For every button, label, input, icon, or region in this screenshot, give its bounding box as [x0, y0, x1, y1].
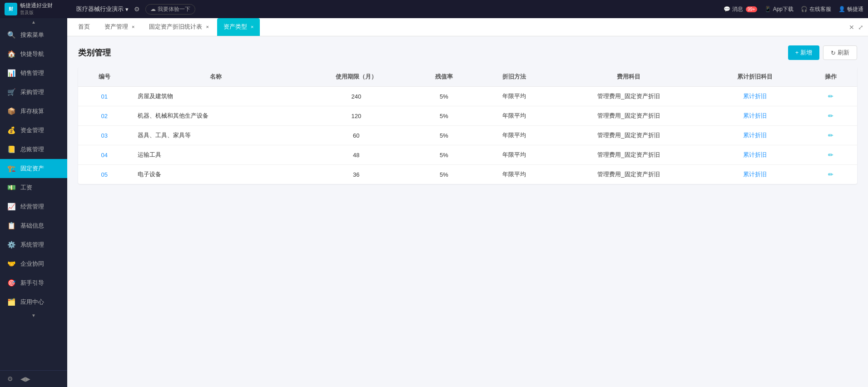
topbar-center: 医疗器械行业演示 ▾ ⚙ ☁ 我要体验一下 — [72, 4, 724, 15]
col-action: 操作 — [804, 67, 857, 87]
cell-name: 器具、工具、家具等 — [130, 126, 300, 145]
service-icon: 🎧 — [801, 6, 808, 12]
logo: 财 畅捷通好业财 普及版 — [5, 2, 72, 16]
cell-months: 48 — [301, 145, 412, 165]
user-icon: 👤 — [838, 6, 845, 12]
sidebar-item-basic[interactable]: 📋 基础信息 — [0, 216, 67, 235]
sidebar-item-label: 新手引导 — [20, 279, 44, 287]
edit-icon[interactable]: ✏ — [828, 112, 833, 119]
tab-asset-type[interactable]: 资产类型 × — [217, 18, 260, 36]
col-name: 名称 — [130, 67, 300, 87]
user-label: 畅捷通 — [847, 5, 863, 13]
page-actions: + 新增 ↻ 刷新 — [788, 45, 857, 60]
cell-expense: 管理费用_固定资产折旧 — [552, 145, 705, 165]
sidebar-item-search[interactable]: 🔍 搜索菜单 — [0, 25, 67, 45]
sidebar-item-guide[interactable]: 🎯 新手引导 — [0, 273, 67, 293]
cell-method: 年限平均 — [476, 87, 552, 106]
home-icon: 🏠 — [7, 50, 16, 58]
experience-button[interactable]: ☁ 我要体验一下 — [145, 4, 195, 15]
edit-icon[interactable]: ✏ — [828, 151, 833, 159]
refresh-button[interactable]: ↻ 刷新 — [823, 45, 857, 60]
tab-asset-mgmt[interactable]: 资产管理 × — [98, 18, 141, 36]
sidebar-item-label: 基础信息 — [20, 222, 44, 230]
cell-method: 年限平均 — [476, 126, 552, 145]
sidebar-item-inventory[interactable]: 📦 库存核算 — [0, 102, 67, 121]
service-button[interactable]: 🎧 在线客服 — [801, 5, 831, 13]
cell-action[interactable]: ✏ — [804, 87, 857, 106]
user-button[interactable]: 👤 畅捷通 — [838, 5, 863, 13]
purchase-icon: 🛒 — [7, 88, 16, 96]
sidebar-item-label: 快捷导航 — [20, 50, 44, 58]
sidebar-item-purchase[interactable]: 🛒 采购管理 — [0, 83, 67, 102]
cell-action[interactable]: ✏ — [804, 126, 857, 145]
logo-icon: 财 — [5, 3, 17, 15]
tab-home[interactable]: 首页 — [72, 18, 96, 36]
tab-asset-mgmt-close[interactable]: × — [132, 24, 134, 30]
table-row: 03 器具、工具、家具等 60 5% 年限平均 管理费用_固定资产折旧 累计折旧… — [78, 126, 857, 145]
service-label: 在线客服 — [809, 5, 831, 13]
table-row: 05 电子设备 36 5% 年限平均 管理费用_固定资产折旧 累计折旧 ✏ — [78, 165, 857, 184]
cell-name: 运输工具 — [130, 145, 300, 165]
settings-bottom-icon[interactable]: ⚙ — [7, 375, 13, 382]
cell-salvage: 5% — [412, 87, 476, 106]
inventory-icon: 📦 — [7, 107, 16, 115]
system-icon: ⚙️ — [7, 241, 16, 249]
ledger-icon: 📒 — [7, 145, 16, 154]
enterprise-icon: 🤝 — [7, 260, 16, 268]
sidebar-item-capital[interactable]: 💰 资金管理 — [0, 121, 67, 140]
edit-icon[interactable]: ✏ — [828, 93, 833, 100]
new-button[interactable]: + 新增 — [788, 45, 819, 60]
col-accumulated: 累计折旧科目 — [705, 67, 804, 87]
sidebar-item-label: 销售管理 — [20, 69, 44, 77]
sidebar-item-enterprise[interactable]: 🤝 企业协同 — [0, 254, 67, 273]
sales-icon: 📊 — [7, 69, 16, 77]
message-button[interactable]: 💬 消息 99+ — [724, 5, 757, 13]
cell-action[interactable]: ✏ — [804, 165, 857, 184]
sidebar-item-label: 总账管理 — [20, 145, 44, 154]
cell-method: 年限平均 — [476, 165, 552, 184]
cell-action[interactable]: ✏ — [804, 145, 857, 165]
cell-salvage: 5% — [412, 165, 476, 184]
sidebar-item-apps[interactable]: 🗂️ 应用中心 — [0, 293, 67, 312]
company-name: 医疗器械行业演示 — [76, 5, 124, 13]
tab-fixed-depreciation[interactable]: 固定资产折旧统计表 × — [143, 18, 215, 36]
tab-fixed-depreciation-close[interactable]: × — [206, 24, 208, 30]
operation-icon: 📈 — [7, 203, 16, 211]
tab-expand-icon[interactable]: ⤢ — [858, 24, 863, 31]
sidebar-item-quicknav[interactable]: 🏠 快捷导航 — [0, 45, 67, 64]
sidebar-item-system[interactable]: ⚙️ 系统管理 — [0, 235, 67, 254]
main-layout: ▲ 🔍 搜索菜单 🏠 快捷导航 📊 销售管理 🛒 采购管理 📦 库存核算 💰 资… — [0, 18, 868, 387]
sidebar-item-label: 工资 — [20, 184, 32, 192]
tab-asset-type-close[interactable]: × — [251, 24, 253, 30]
sidebar-item-sales[interactable]: 📊 销售管理 — [0, 64, 67, 83]
tab-bar: 首页 资产管理 × 固定资产折旧统计表 × 资产类型 × ✕ ⤢ — [67, 18, 868, 36]
sidebar-item-ledger[interactable]: 📒 总账管理 — [0, 140, 67, 159]
asset-type-table: 编号 名称 使用期限（月） 残值率 折旧方法 费用科目 累计折旧科目 操作 01… — [78, 67, 857, 184]
cell-accumulated: 累计折旧 — [705, 145, 804, 165]
cell-months: 36 — [301, 165, 412, 184]
edit-icon[interactable]: ✏ — [828, 132, 833, 139]
company-selector[interactable]: 医疗器械行业演示 ▾ — [76, 5, 129, 13]
cell-salvage: 5% — [412, 126, 476, 145]
sidebar-item-salary[interactable]: 💵 工资 — [0, 178, 67, 197]
app-download-button[interactable]: 📱 App下载 — [764, 5, 794, 13]
tab-close-icon[interactable]: ✕ — [849, 24, 854, 31]
cell-action[interactable]: ✏ — [804, 106, 857, 126]
sidebar-item-operation[interactable]: 📈 经营管理 — [0, 197, 67, 216]
topbar: 财 畅捷通好业财 普及版 医疗器械行业演示 ▾ ⚙ ☁ 我要体验一下 💬 消息 … — [0, 0, 868, 18]
collapse-icon[interactable]: ◀▶ — [20, 375, 30, 382]
sidebar-scroll-down[interactable]: ▼ — [0, 312, 67, 319]
sidebar-scroll-up[interactable]: ▲ — [0, 18, 67, 25]
settings-icon[interactable]: ⚙ — [134, 5, 140, 13]
apps-icon: 🗂️ — [7, 298, 16, 306]
edit-icon[interactable]: ✏ — [828, 171, 833, 178]
fixed-icon: 🏗️ — [7, 164, 16, 173]
logo-sub: 普及版 — [20, 10, 53, 16]
table-row: 01 房屋及建筑物 240 5% 年限平均 管理费用_固定资产折旧 累计折旧 ✏ — [78, 87, 857, 106]
cell-id: 01 — [78, 87, 130, 106]
basic-icon: 📋 — [7, 222, 16, 230]
salary-icon: 💵 — [7, 184, 16, 192]
sidebar-item-label: 资金管理 — [20, 126, 44, 134]
sidebar-item-fixed[interactable]: 🏗️ 固定资产 — [0, 159, 67, 178]
table-header-row: 编号 名称 使用期限（月） 残值率 折旧方法 费用科目 累计折旧科目 操作 — [78, 67, 857, 87]
